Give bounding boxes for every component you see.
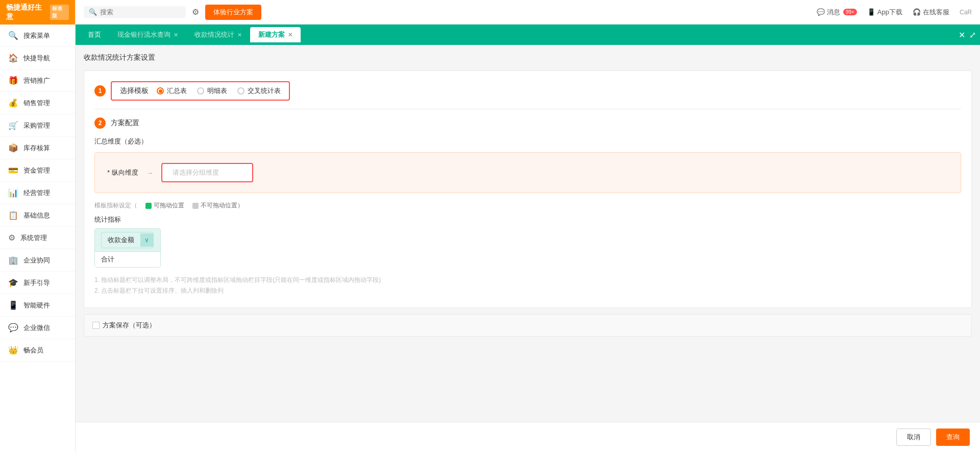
search-menu-icon: 🔍: [8, 31, 18, 40]
tab-bank-flow[interactable]: 现金银行流水查询 ✕: [109, 27, 186, 42]
save-checkbox-row[interactable]: 方案保存（可选）: [92, 321, 156, 330]
sidebar: 畅捷通好生意 标准版 🔍 搜索菜单 🏠 快捷导航 🎁 营销推广 💰 销售管理 🛒…: [0, 0, 76, 452]
sidebar-item-label: 企业微信: [23, 323, 50, 332]
newbie-icon: 🎓: [8, 278, 18, 288]
arrow-icon: →: [146, 169, 153, 177]
dimension-title: 汇总维度（必选）: [94, 137, 961, 146]
sidebar-item-member[interactable]: 👑 畅会员: [0, 339, 75, 362]
tab-collection-stats-label: 收款情况统计: [194, 30, 234, 39]
sidebar-item-label: 畅会员: [23, 346, 43, 355]
tab-home-label: 首页: [88, 30, 101, 39]
dimension-selector[interactable]: 请选择分组维度: [161, 163, 253, 182]
sidebar-item-search-menu[interactable]: 🔍 搜索菜单: [0, 25, 75, 47]
finance-icon: 💳: [8, 165, 18, 175]
topbar: 🔍 ⚙ 体验行业方案 💬 消息 99+ 📱 App下载 🎧 在线客服 CaR: [76, 0, 980, 25]
sidebar-item-quick-nav[interactable]: 🏠 快捷导航: [0, 47, 75, 69]
dimension-title-text: 汇总维度（必选）: [94, 137, 148, 145]
sidebar-item-label: 企业协同: [23, 256, 50, 265]
tab-new-plan-label: 新建方案: [258, 30, 285, 39]
sidebar-item-wechat[interactable]: 💬 企业微信: [0, 317, 75, 339]
total-label: 合计: [101, 255, 114, 263]
page-content: 收款情况统计方案设置 1 选择模板 汇总表: [76, 45, 980, 422]
tab-home[interactable]: 首页: [80, 27, 109, 42]
sidebar-item-operation[interactable]: 📊 经营管理: [0, 182, 75, 204]
wechat-icon: 💬: [8, 323, 18, 332]
legend-fixed: 不可拖动位置）: [192, 201, 243, 210]
cancel-button[interactable]: 取消: [896, 429, 931, 446]
step2-label: 方案配置: [111, 118, 139, 128]
radio-cross-circle: [237, 87, 244, 94]
sidebar-item-label: 销售管理: [23, 99, 50, 108]
inventory-icon: 📦: [8, 143, 18, 153]
radio-cross-label: 交叉统计表: [248, 86, 281, 96]
search-icon: 🔍: [89, 8, 97, 16]
draggable-tag[interactable]: 收款金额 ∨: [101, 232, 154, 248]
enterprise-icon: 🏢: [8, 255, 18, 265]
sidebar-item-newbie[interactable]: 🎓 新手引导: [0, 272, 75, 294]
tag-dropdown-icon[interactable]: ∨: [140, 233, 153, 247]
system-icon: ⚙: [8, 233, 15, 243]
app-icon: 📱: [867, 8, 875, 16]
move-dot: [145, 203, 152, 209]
tab-new-plan-close[interactable]: ✕: [288, 32, 292, 38]
sidebar-item-sales[interactable]: 💰 销售管理: [0, 92, 75, 114]
sidebar-item-enterprise[interactable]: 🏢 企业协同: [0, 249, 75, 272]
quick-nav-icon: 🏠: [8, 53, 18, 63]
save-section: 方案保存（可选）: [84, 314, 972, 337]
tip1: 1. 拖动标题栏可以调整布局，不可跨维度或指标区域拖动栏目字段(只能在同一维度或…: [94, 276, 961, 284]
legend-move-label: 可拖动位置: [154, 201, 184, 210]
tab-new-plan[interactable]: 新建方案 ✕: [250, 27, 301, 42]
sidebar-item-purchase[interactable]: 🛒 采购管理: [0, 114, 75, 137]
legend-move: 可拖动位置: [145, 201, 184, 210]
tag-text: 收款金额: [102, 232, 140, 248]
indicator-header: 模板指标设定（ 可拖动位置 不可拖动位置）: [94, 201, 961, 210]
app-download-item[interactable]: 📱 App下载: [867, 8, 902, 17]
indicator-section-title: 模板指标设定（: [94, 201, 137, 210]
vertical-label: * 纵向维度: [107, 168, 138, 177]
close-window-icon[interactable]: ✕: [959, 30, 965, 40]
step2-header: 2 方案配置: [94, 117, 961, 129]
radio-summary[interactable]: 汇总表: [157, 86, 187, 96]
sidebar-item-label: 营销推广: [23, 76, 50, 85]
sidebar-item-basic-info[interactable]: 📋 基础信息: [0, 204, 75, 227]
template-outline: 选择模板 汇总表 明细表: [111, 81, 290, 101]
operation-icon: 📊: [8, 188, 18, 198]
maximize-icon[interactable]: ⤢: [969, 30, 976, 40]
indicator-section: 模板指标设定（ 可拖动位置 不可拖动位置） 统计指标: [94, 201, 961, 268]
tab-collection-stats-close[interactable]: ✕: [237, 32, 242, 38]
search-input[interactable]: [100, 8, 182, 16]
fixed-dot: [192, 203, 199, 209]
sidebar-item-label: 新手引导: [23, 278, 50, 288]
tab-collection-stats[interactable]: 收款情况统计 ✕: [186, 27, 250, 42]
indicator-grid: 收款金额 ∨ 合计: [94, 228, 161, 268]
online-service-item[interactable]: 🎧 在线客服: [913, 8, 949, 17]
dimension-selector-placeholder: 请选择分组维度: [173, 169, 219, 176]
trial-btn[interactable]: 体验行业方案: [205, 5, 261, 20]
radio-detail-label: 明细表: [207, 86, 227, 96]
sidebar-item-system[interactable]: ⚙ 系统管理: [0, 227, 75, 249]
radio-cross[interactable]: 交叉统计表: [237, 86, 281, 96]
main-area: 🔍 ⚙ 体验行业方案 💬 消息 99+ 📱 App下载 🎧 在线客服 CaR 首…: [76, 0, 980, 452]
search-box[interactable]: 🔍: [84, 6, 186, 18]
sidebar-item-label: 采购管理: [23, 121, 50, 130]
radio-detail[interactable]: 明细表: [197, 86, 227, 96]
template-radio-group: 汇总表 明细表 交叉统计表: [157, 86, 281, 96]
notification-item[interactable]: 💬 消息 99+: [817, 8, 857, 17]
service-icon: 🎧: [913, 8, 921, 16]
purchase-icon: 🛒: [8, 121, 18, 130]
sidebar-item-label: 库存核算: [23, 144, 50, 153]
sidebar-item-hardware[interactable]: 📱 智能硬件: [0, 294, 75, 317]
footer-buttons: 取消 查询: [76, 422, 980, 452]
sidebar-item-inventory[interactable]: 📦 库存核算: [0, 137, 75, 159]
sidebar-item-finance[interactable]: 💳 资金管理: [0, 159, 75, 182]
basic-info-icon: 📋: [8, 210, 18, 220]
main-card: 1 选择模板 汇总表 明细表: [84, 70, 972, 308]
sidebar-logo: 畅捷通好生意 标准版: [0, 0, 75, 25]
sidebar-item-marketing[interactable]: 🎁 营销推广: [0, 69, 75, 92]
query-button[interactable]: 查询: [936, 429, 970, 446]
tab-bank-flow-close[interactable]: ✕: [174, 32, 178, 38]
marketing-icon: 🎁: [8, 76, 18, 85]
member-icon: 👑: [8, 345, 18, 355]
settings-icon[interactable]: ⚙: [192, 7, 199, 17]
save-checkbox[interactable]: [92, 322, 100, 329]
